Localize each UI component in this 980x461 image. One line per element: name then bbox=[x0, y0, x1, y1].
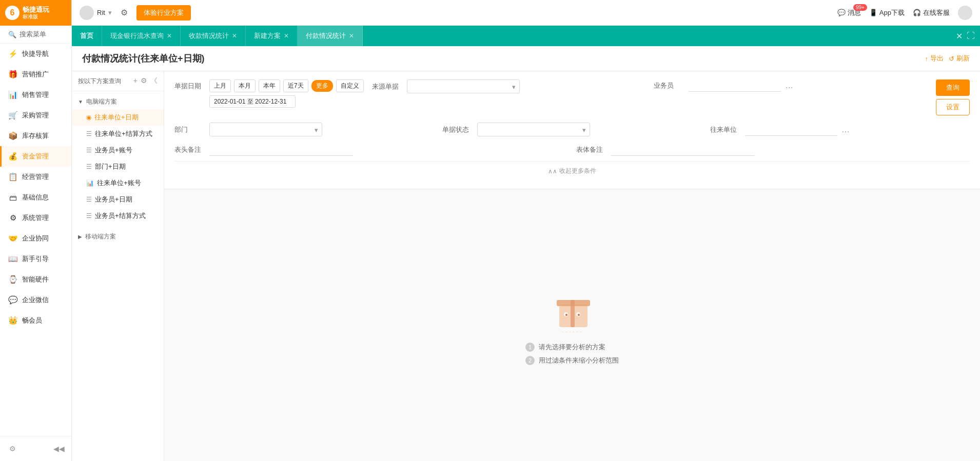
sidebar-item-enterprise[interactable]: 🤝 企业协同 bbox=[0, 228, 71, 249]
sidebar-item-purchase[interactable]: 🛒 采购管理 bbox=[0, 105, 71, 126]
mobile-scheme-section: ▶ 移动端方案 bbox=[72, 229, 164, 244]
tab-payments[interactable]: 付款情况统计 ✕ bbox=[298, 26, 363, 46]
unit-input[interactable] bbox=[745, 124, 837, 136]
empty-tip-1: 1 请先选择要分析的方案 bbox=[525, 343, 619, 352]
dept-select[interactable] bbox=[209, 123, 322, 136]
scheme-icon-6: ☰ bbox=[86, 212, 92, 219]
this-year-btn[interactable]: 本年 bbox=[259, 79, 280, 92]
guide-icon: 📖 bbox=[8, 254, 18, 264]
scheme-header: 按以下方案查询 + ⚙ 《 bbox=[72, 71, 164, 91]
user-avatar bbox=[80, 6, 94, 20]
sidebar-item-operation[interactable]: 📋 经营管理 bbox=[0, 167, 71, 187]
mobile-section-title[interactable]: ▶ 移动端方案 bbox=[72, 229, 164, 244]
scheme-item-unit-date[interactable]: ◉ 往来单位+日期 bbox=[72, 109, 164, 126]
sidebar-item-finance[interactable]: 💰 资金管理 bbox=[0, 146, 71, 167]
sidebar-item-basic[interactable]: 🗃 基础信息 bbox=[0, 187, 71, 208]
topbar-user-avatar-right[interactable] bbox=[958, 6, 972, 20]
sidebar-collapse-btn[interactable]: ◀◀ bbox=[52, 442, 66, 456]
close-receipts-tab[interactable]: ✕ bbox=[232, 32, 237, 39]
staff-input[interactable] bbox=[689, 79, 781, 92]
scheme-item-staff-date[interactable]: ☰ 业务员+日期 bbox=[72, 191, 164, 208]
source-select[interactable] bbox=[407, 79, 520, 93]
last-month-btn[interactable]: 上月 bbox=[209, 79, 231, 92]
unit-label: 往来单位 bbox=[710, 125, 741, 134]
wechat-icon: 💬 bbox=[8, 295, 18, 305]
sidebar-label-finance: 资金管理 bbox=[22, 152, 49, 161]
scheme-label-unit-account: 往来单位+账号 bbox=[97, 178, 141, 188]
more-dates-btn[interactable]: 更多 bbox=[311, 80, 333, 92]
refresh-btn[interactable]: ↺ 刷新 bbox=[949, 54, 970, 63]
app-download-btn[interactable]: 📱 App下载 bbox=[869, 8, 905, 17]
filter-settings-btn[interactable]: 设置 bbox=[936, 99, 970, 115]
export-btn[interactable]: ↑ 导出 bbox=[925, 54, 944, 63]
collapse-more-btn[interactable]: ∧∧ 收起更多条件 bbox=[174, 161, 970, 181]
tab-receipts[interactable]: 收款情况统计 ✕ bbox=[181, 26, 246, 46]
this-month-btn[interactable]: 本月 bbox=[234, 79, 256, 92]
sales-icon: 📊 bbox=[8, 90, 18, 100]
close-payments-tab[interactable]: ✕ bbox=[349, 32, 354, 39]
sidebar-item-marketing[interactable]: 🎁 营销推广 bbox=[0, 64, 71, 85]
scheme-label-unit-payment: 往来单位+结算方式 bbox=[95, 129, 152, 138]
footer-settings-btn[interactable]: ⚙ bbox=[5, 442, 19, 456]
filter-area: 单据日期 上月 本月 本年 近7天 更多 自定义 bbox=[164, 71, 980, 189]
sidebar-item-system[interactable]: ⚙ 系统管理 bbox=[0, 208, 71, 228]
add-scheme-btn[interactable]: + bbox=[133, 76, 138, 86]
online-service-btn[interactable]: 🎧 在线客服 bbox=[913, 8, 950, 17]
export-icon: ↑ bbox=[925, 55, 929, 63]
username: Rit bbox=[97, 9, 105, 16]
scheme-item-staff-account[interactable]: ☰ 业务员+账号 bbox=[72, 142, 164, 158]
tabbar-actions: ✕ ⛶ bbox=[951, 26, 980, 46]
service-icon: 🎧 bbox=[913, 9, 921, 16]
messages-btn[interactable]: 💬 消息 99+ bbox=[837, 8, 861, 17]
sidebar-item-wechat[interactable]: 💬 企业微信 bbox=[0, 290, 71, 310]
basic-icon: 🗃 bbox=[8, 192, 18, 203]
search-icon: 🔍 bbox=[8, 31, 16, 38]
user-dropdown-icon[interactable]: ▾ bbox=[108, 9, 112, 16]
main-area: Rit ▾ ⚙ 体验行业方案 💬 消息 99+ 📱 App下载 🎧 在线客服 bbox=[72, 0, 980, 461]
sidebar-item-hardware[interactable]: ⌚ 智能硬件 bbox=[0, 269, 71, 290]
date-range-input[interactable] bbox=[209, 95, 296, 108]
scheme-item-dept-date[interactable]: ☰ 部门+日期 bbox=[72, 158, 164, 175]
dept-select-wrap: ▾ bbox=[209, 123, 322, 136]
collapse-chevron-icon: ∧∧ bbox=[548, 168, 557, 175]
tab-bank[interactable]: 现金银行流水查询 ✕ bbox=[102, 26, 181, 46]
body-note-label: 表体备注 bbox=[576, 145, 607, 154]
sidebar-item-guide[interactable]: 📖 新手引导 bbox=[0, 249, 71, 269]
sidebar-label-inventory: 库存核算 bbox=[22, 131, 49, 141]
unit-dots-btn[interactable]: … bbox=[841, 125, 850, 134]
date-shortcuts: 上月 本月 本年 近7天 更多 自定义 bbox=[209, 79, 364, 92]
inventory-icon: 📦 bbox=[8, 131, 18, 141]
staff-label: 业务员 bbox=[654, 81, 684, 90]
sidebar-item-member[interactable]: 👑 畅会员 bbox=[0, 310, 71, 331]
header-note-input[interactable] bbox=[209, 144, 353, 156]
tabbar: 首页 现金银行流水查询 ✕ 收款情况统计 ✕ 新建方案 ✕ 付款情况统计 ✕ ✕… bbox=[72, 26, 980, 46]
status-select-wrap: ▾ bbox=[477, 123, 590, 136]
sidebar-item-shortcut[interactable]: ⚡ 快捷导航 bbox=[0, 44, 71, 64]
sidebar-label-basic: 基础信息 bbox=[22, 193, 49, 202]
tab-home[interactable]: 首页 bbox=[72, 26, 102, 46]
tab-new[interactable]: 新建方案 ✕ bbox=[246, 26, 298, 46]
close-all-tabs-btn[interactable]: ✕ bbox=[956, 31, 963, 41]
scheme-collapse-btn[interactable]: 《 bbox=[150, 76, 158, 86]
body-note-input[interactable] bbox=[611, 144, 755, 156]
status-select[interactable] bbox=[477, 123, 590, 136]
last7days-btn[interactable]: 近7天 bbox=[283, 79, 308, 92]
scheme-settings-btn[interactable]: ⚙ bbox=[141, 76, 147, 86]
desktop-section-title[interactable]: ▼ 电脑端方案 bbox=[72, 94, 164, 109]
topbar-settings-icon[interactable]: ⚙ bbox=[117, 6, 131, 20]
sidebar-item-inventory[interactable]: 📦 库存核算 bbox=[0, 126, 71, 146]
scheme-item-unit-payment[interactable]: ☰ 往来单位+结算方式 bbox=[72, 126, 164, 142]
scheme-item-unit-account[interactable]: 📊 往来单位+账号 bbox=[72, 175, 164, 191]
close-new-tab[interactable]: ✕ bbox=[284, 32, 289, 39]
scheme-item-staff-payment[interactable]: ☰ 业务员+结算方式 bbox=[72, 208, 164, 224]
close-bank-tab[interactable]: ✕ bbox=[167, 32, 172, 39]
empty-state-icon bbox=[546, 281, 598, 332]
fullscreen-btn[interactable]: ⛶ bbox=[967, 31, 975, 41]
query-btn[interactable]: 查询 bbox=[936, 79, 970, 96]
sidebar-item-sales[interactable]: 📊 销售管理 bbox=[0, 85, 71, 105]
staff-dots-btn[interactable]: … bbox=[785, 81, 793, 90]
custom-date-btn[interactable]: 自定义 bbox=[336, 79, 364, 92]
sidebar-search[interactable]: 🔍 搜索菜单 bbox=[0, 26, 71, 44]
trial-button[interactable]: 体验行业方案 bbox=[136, 5, 191, 21]
dept-label: 部门 bbox=[174, 125, 205, 134]
